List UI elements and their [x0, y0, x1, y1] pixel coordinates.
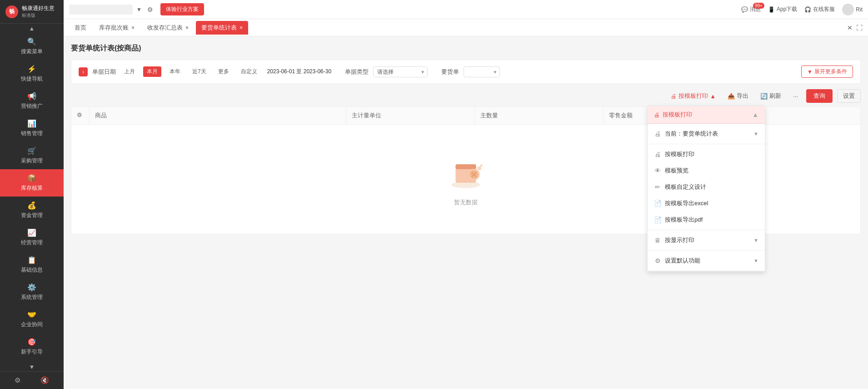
export-label: 导出 [737, 92, 748, 100]
dropdown-template-section: 🖨 按模板打印 👁 模板预览 ✏ 模板自定义设计 📄 按模板导出excel [648, 144, 765, 230]
marketing-icon: 📢 [27, 92, 36, 101]
th-unit: 主计量单位 [346, 107, 475, 124]
dropdown-close-button[interactable]: ▲ [752, 111, 758, 118]
print-expand-icon: ▲ [710, 93, 716, 100]
template-preview-icon: 👁 [654, 167, 661, 174]
logo-icon: 畅 [5, 5, 18, 18]
order-status-select[interactable] [464, 66, 500, 77]
th-checkbox: ⚙ [71, 107, 90, 124]
system-icon: ⚙️ [27, 283, 36, 292]
sidebar-item-basics[interactable]: 📋 基础信息 [0, 251, 64, 278]
sidebar-scroll-down[interactable]: ▼ [0, 362, 64, 371]
sidebar-item-operations[interactable]: 📈 经营管理 [0, 224, 64, 251]
tab-batch-account[interactable]: 库存批次账 × [94, 21, 140, 35]
print-template-button[interactable]: 🖨 按模板打印 ▲ [667, 90, 719, 102]
sidebar-scroll-up[interactable]: ▲ [0, 24, 64, 33]
default-func-label: 设置默认功能 [665, 257, 700, 265]
sidebar-item-label: 系统管理 [21, 293, 43, 301]
date-current-month-btn[interactable]: 本月 [143, 66, 161, 77]
template-design-label: 模板自定义设计 [665, 183, 706, 191]
current-template-item[interactable]: 🖨 当前：要货单统计表 ▼ [648, 126, 765, 142]
sidebar-item-search[interactable]: 🔍 搜索菜单 [0, 33, 64, 60]
filter-expand-button[interactable]: › [79, 67, 88, 76]
doc-type-select-wrapper: 请选择 [373, 66, 428, 77]
template-excel-item[interactable]: 📄 按模板导出excel [648, 195, 765, 212]
tab-collection-report[interactable]: 收发存汇总表 × [142, 21, 194, 35]
template-print-item[interactable]: 🖨 按模板打印 [648, 146, 765, 162]
tab-maximize-icon[interactable]: ⛶ [856, 24, 863, 31]
dropdown-current-section: 🖨 当前：要货单统计表 ▼ [648, 124, 765, 144]
sidebar-item-sales[interactable]: 📊 销售管理 [0, 115, 64, 142]
export-button[interactable]: 📤 导出 [724, 90, 752, 102]
sidebar-item-label: 采购管理 [21, 157, 43, 165]
date-range-display: 2023-06-01 至 2023-06-30 [267, 68, 331, 76]
settings-bottom-icon[interactable]: ⚙ [15, 376, 20, 384]
sidebar-item-label: 企业协同 [21, 321, 43, 328]
user-avatar[interactable]: Rit [842, 4, 863, 15]
mute-bottom-icon[interactable]: 🔇 [40, 376, 49, 384]
tab-order-stats[interactable]: 要货单统计表 × [196, 21, 248, 35]
date-year-btn[interactable]: 本年 [166, 66, 184, 77]
topbar-dropdown-button[interactable]: ▼ [136, 6, 142, 13]
tab-order-stats-close[interactable]: × [239, 25, 243, 31]
expand-more-conditions-btn[interactable]: ▼ 展开更多条件 [801, 66, 853, 78]
settings-button[interactable]: 设置 [837, 89, 861, 103]
search-input[interactable] [69, 5, 133, 15]
more-button[interactable]: ··· [789, 91, 802, 101]
tabs-bar: 首页 库存批次账 × 收发存汇总表 × 要货单统计表 × ✕ ⛶ [64, 19, 868, 36]
refresh-button[interactable]: 🔄 刷新 [757, 90, 785, 102]
sidebar-item-quick-nav[interactable]: ⚡ 快捷导航 [0, 60, 64, 87]
template-preview-item[interactable]: 👁 模板预览 [648, 162, 765, 179]
sidebar-item-label: 搜索菜单 [21, 48, 43, 56]
doc-type-label: 单据类型 [345, 68, 369, 76]
dropdown-print-icon: 🖨 [654, 111, 660, 118]
dropdown-title: 按模板打印 [663, 111, 692, 119]
refresh-label: 刷新 [769, 92, 781, 100]
tab-order-stats-label: 要货单统计表 [201, 24, 237, 32]
template-pdf-item[interactable]: 📄 按模板导出pdf [648, 212, 765, 228]
tab-collection-report-close[interactable]: × [185, 25, 189, 31]
order-status-select-wrapper [464, 66, 500, 77]
message-button[interactable]: 💬 消息 99+ [741, 5, 761, 13]
query-button[interactable]: 查询 [806, 89, 833, 103]
main-area: ▼ ⚙ 体验行业方案 💬 消息 99+ 📱 App下载 🎧 在线客服 Rit [64, 0, 868, 389]
tab-batch-account-close[interactable]: × [131, 25, 135, 31]
template-print-icon: 🖨 [654, 151, 661, 158]
doc-type-select[interactable]: 请选择 [373, 66, 428, 77]
sidebar: 畅 畅康通好生意 标准版 ▲ 🔍 搜索菜单 ⚡ 快捷导航 📢 营销推广 📊 销售… [0, 0, 64, 389]
default-func-left: ⚙ 设置默认功能 [654, 257, 700, 265]
sidebar-bottom: ⚙ 🔇 [0, 371, 64, 389]
sidebar-item-guide[interactable]: 🎯 新手引导 [0, 333, 64, 360]
default-func-item[interactable]: ⚙ 设置默认功能 ▼ [648, 253, 765, 269]
online-service-button[interactable]: 🎧 在线客服 [804, 5, 835, 13]
display-print-item[interactable]: 🖥 按显示打印 ▼ [648, 232, 765, 248]
app-download-button[interactable]: 📱 App下载 [768, 5, 797, 13]
sidebar-item-purchase[interactable]: 🛒 采购管理 [0, 142, 64, 169]
sidebar-item-enterprise[interactable]: 🤝 企业协同 [0, 306, 64, 333]
sidebar-item-finance[interactable]: 💰 资金管理 [0, 197, 64, 224]
app-logo: 畅 畅康通好生意 标准版 [0, 0, 64, 24]
sidebar-item-inventory[interactable]: 📦 库存核算 [0, 169, 64, 197]
svg-rect-2 [456, 164, 476, 169]
order-type-label: 要货单 [441, 68, 459, 76]
tab-home[interactable]: 首页 [69, 21, 92, 35]
expand-chevron-icon: ▼ [807, 69, 813, 75]
sidebar-item-marketing[interactable]: 📢 营销推广 [0, 87, 64, 115]
template-excel-label: 按模板导出excel [665, 199, 708, 207]
enterprise-icon: 🤝 [27, 310, 36, 319]
settings-icon[interactable]: ⚙ [77, 111, 82, 118]
tab-close-icon[interactable]: ✕ [847, 24, 853, 31]
template-design-item[interactable]: ✏ 模板自定义设计 [648, 179, 765, 195]
date-7days-btn[interactable]: 近7天 [189, 66, 210, 77]
purchase-icon: 🛒 [27, 147, 36, 155]
date-prev-month-btn[interactable]: 上月 [120, 66, 139, 77]
print-icon: 🖨 [671, 93, 677, 100]
search-nav-icon: 🔍 [27, 37, 36, 46]
sidebar-item-system[interactable]: ⚙️ 系统管理 [0, 278, 64, 306]
trial-button[interactable]: 体验行业方案 [160, 3, 204, 15]
date-filter-label: 单据日期 [92, 68, 116, 76]
current-template-left: 🖨 当前：要货单统计表 [654, 130, 718, 138]
gear-icon[interactable]: ⚙ [147, 6, 153, 13]
date-custom-btn[interactable]: 自定义 [237, 66, 261, 77]
date-more-btn[interactable]: 更多 [215, 66, 233, 77]
